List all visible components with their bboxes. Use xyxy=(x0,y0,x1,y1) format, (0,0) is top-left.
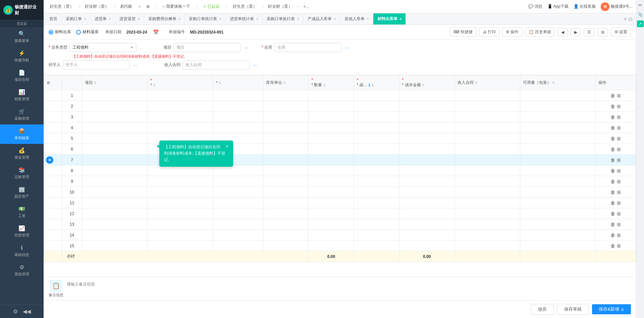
row-quantity-cell[interactable] xyxy=(309,187,354,198)
row-spec-cell[interactable] xyxy=(213,219,263,230)
topbar-message[interactable]: 💬 消息 xyxy=(528,4,542,9)
sidebar-item-salary[interactable]: 💵 工资 xyxy=(0,202,44,222)
row-income-contract-cell[interactable] xyxy=(454,176,520,187)
close-tab-purchase-stats[interactable]: × xyxy=(219,17,221,21)
row-income-contract-cell[interactable] xyxy=(454,133,520,144)
row-cost-amount-cell[interactable] xyxy=(399,208,454,219)
row-cost-cell[interactable] xyxy=(354,241,399,251)
row-material-cell[interactable] xyxy=(148,219,213,230)
row-quantity-cell[interactable] xyxy=(309,208,354,219)
sidebar-item-purchase[interactable]: 🛒 采购管理 xyxy=(0,105,44,124)
row-project-cell[interactable] xyxy=(82,112,148,122)
row-spec-cell[interactable] xyxy=(213,241,263,251)
row-income-contract-cell[interactable] xyxy=(454,155,520,165)
close-tab-purchase-expense[interactable]: × xyxy=(179,17,181,21)
row-material-cell[interactable] xyxy=(148,176,213,187)
row-income-contract-cell[interactable] xyxy=(454,101,520,112)
copy-row-icon[interactable]: ⊞ xyxy=(617,232,621,238)
row-spec-cell[interactable] xyxy=(213,230,263,241)
row-income-contract-cell[interactable] xyxy=(454,208,520,219)
date-value[interactable]: 2023-03-24 xyxy=(126,30,147,35)
row-material-cell[interactable] xyxy=(148,90,213,101)
row-quantity-cell[interactable] xyxy=(309,198,354,208)
row-project-cell[interactable] xyxy=(82,208,148,219)
sidebar-item-system[interactable]: ⚙ 系统管理 xyxy=(0,261,44,280)
row-income-contract-cell[interactable] xyxy=(454,112,520,122)
row-income-contract-cell[interactable] xyxy=(454,122,520,133)
copy-row-icon[interactable]: ⊞ xyxy=(617,157,621,163)
radio-material-return[interactable]: 材料退库 xyxy=(76,29,99,35)
project-input[interactable]: 项目 xyxy=(173,43,240,52)
row-cost-cell[interactable] xyxy=(354,208,399,219)
handler-input[interactable]: 经手人 xyxy=(63,60,130,69)
row-material-cell[interactable] xyxy=(148,230,213,241)
delete-row-icon[interactable]: 🗑 xyxy=(610,125,615,130)
right-panel-icon-2[interactable]: 📎 xyxy=(637,11,644,18)
discard-button[interactable]: 放弃 xyxy=(531,304,554,315)
copy-row-icon[interactable]: ⊞ xyxy=(617,147,621,152)
resize-tabs[interactable]: ⊡ xyxy=(629,16,633,22)
row-project-cell[interactable] xyxy=(82,155,148,165)
delete-row-icon[interactable]: 🗑 xyxy=(610,243,615,249)
row-income-contract-cell[interactable] xyxy=(454,230,520,241)
row-cost-cell[interactable] xyxy=(354,144,399,155)
sidebar-item-finance[interactable]: 💰 资金管理 xyxy=(0,144,44,163)
save-draft-button[interactable]: 保存草稿 xyxy=(557,304,589,315)
row-income-contract-cell[interactable] xyxy=(454,165,520,176)
row-material-cell[interactable] xyxy=(148,112,213,122)
row-project-cell[interactable] xyxy=(82,241,148,251)
row-cost-amount-cell[interactable] xyxy=(399,101,454,112)
row-cost-cell[interactable] xyxy=(354,176,399,187)
row-cost-amount-cell[interactable] xyxy=(399,133,454,144)
row-cost-cell[interactable] xyxy=(354,112,399,122)
row-cost-cell[interactable] xyxy=(354,230,399,241)
copy-row-icon[interactable]: ⊞ xyxy=(617,190,621,195)
tab-home[interactable]: 首页 xyxy=(45,13,62,24)
table-settings-icon[interactable]: ⚙ xyxy=(47,81,50,85)
delete-row-icon[interactable]: 🗑 xyxy=(610,114,615,120)
delete-row-icon[interactable]: 🗑 xyxy=(610,232,615,238)
row-cost-amount-cell[interactable] xyxy=(399,144,454,155)
row-cost-cell[interactable] xyxy=(354,101,399,112)
row-income-contract-cell[interactable] xyxy=(454,187,520,198)
row-cost-amount-cell[interactable] xyxy=(399,187,454,198)
delete-row-icon[interactable]: 🗑 xyxy=(610,200,615,206)
topbar-support[interactable]: 👤 在线客服 xyxy=(574,4,596,9)
shortcut-btn[interactable]: ⌨ 快捷键 xyxy=(450,28,476,37)
collapse-icon[interactable]: ◀◀ xyxy=(23,308,31,315)
row-cost-amount-cell[interactable] xyxy=(399,176,454,187)
close-tab-purchase-order[interactable]: × xyxy=(84,17,86,21)
row-project-cell[interactable] xyxy=(82,90,148,101)
row-material-cell[interactable] xyxy=(148,165,213,176)
topbar-nav-agency[interactable]: 易代账 xyxy=(117,2,135,11)
th-available-qty[interactable]: 可用量（包装） ⇅ xyxy=(520,75,595,90)
row-project-cell[interactable] xyxy=(82,122,148,133)
radio-material-out[interactable]: 材料出库 xyxy=(49,29,71,35)
row-quantity-cell[interactable] xyxy=(309,144,354,155)
close-tab-inbound[interactable]: × xyxy=(109,17,111,21)
row-cost-cell[interactable] xyxy=(354,198,399,208)
tab-inbound-return[interactable]: 进货退货 × xyxy=(115,13,144,24)
delete-row-icon[interactable]: 🗑 xyxy=(610,168,615,173)
sidebar-item-shortcuts[interactable]: ⚡ 快捷导航 xyxy=(0,47,44,66)
copy-row-icon[interactable]: ⊞ xyxy=(617,179,621,184)
copy-row-icon[interactable]: ⊞ xyxy=(617,104,621,109)
tab-purchase-stats[interactable]: 采购订单统计表 × xyxy=(185,13,226,24)
row-quantity-cell[interactable] xyxy=(309,112,354,122)
row-material-cell[interactable] xyxy=(148,241,213,251)
row-project-cell[interactable] xyxy=(82,198,148,208)
row-project-cell[interactable] xyxy=(82,133,148,144)
th-income-contract[interactable]: 收入合同 ⇅ xyxy=(454,75,520,90)
row-quantity-cell[interactable] xyxy=(309,230,354,241)
topbar-nav-good-finance[interactable]: 好业财（普） xyxy=(82,2,112,11)
row-spec-cell[interactable] xyxy=(213,198,263,208)
row-cost-amount-cell[interactable] xyxy=(399,230,454,241)
close-all-tabs[interactable]: × xyxy=(624,16,627,22)
delete-row-icon[interactable]: 🗑 xyxy=(610,147,615,152)
right-panel-icon-3[interactable]: ↗ xyxy=(637,20,644,27)
copy-row-icon[interactable]: ⊞ xyxy=(617,200,621,206)
th-quantity[interactable]: * 数量 ⇅ xyxy=(309,75,354,90)
row-project-cell[interactable] xyxy=(82,165,148,176)
row-spec-cell[interactable] xyxy=(213,90,263,101)
row-material-cell[interactable] xyxy=(148,198,213,208)
